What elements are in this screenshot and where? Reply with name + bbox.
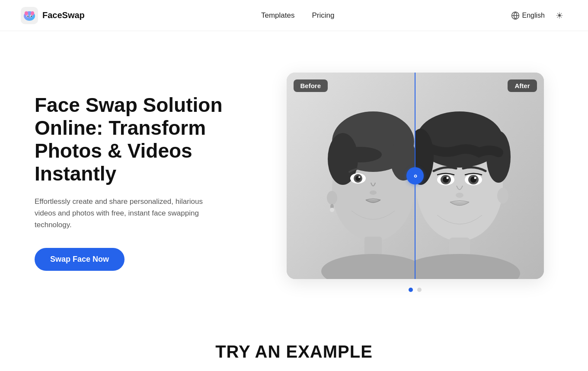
hero-left: Face Swap Solution Online: Transform Pho… <box>35 94 251 271</box>
svg-point-39 <box>446 177 448 179</box>
before-label: Before <box>294 79 328 92</box>
svg-point-8 <box>29 17 30 18</box>
theme-toggle[interactable]: ☀ <box>552 8 567 23</box>
logo-icon <box>21 7 38 24</box>
logo-text: FaceSwap <box>42 10 85 20</box>
nav-pricing[interactable]: Pricing <box>312 11 334 20</box>
hero-section: Face Swap Solution Online: Transform Pho… <box>0 31 588 325</box>
carousel-dot-2[interactable] <box>417 288 422 292</box>
swap-face-now-button[interactable]: Swap Face Now <box>35 248 125 271</box>
language-selector[interactable]: English <box>511 11 545 20</box>
globe-icon <box>511 11 520 20</box>
main-nav: Templates Pricing <box>261 11 334 20</box>
svg-point-43 <box>474 177 476 179</box>
hero-title: Face Swap Solution Online: Transform Pho… <box>35 94 251 185</box>
svg-point-18 <box>339 147 382 162</box>
try-example-section: TRY AN EXAMPLE <box>0 325 588 370</box>
after-label: After <box>508 79 537 92</box>
hero-description: Effortlessly create and share personaliz… <box>35 196 225 231</box>
svg-point-23 <box>370 190 377 195</box>
hero-right: ‹› Before After <box>277 73 553 292</box>
carousel-dots <box>409 288 422 292</box>
image-compare-widget[interactable]: ‹› Before After <box>287 73 544 279</box>
svg-point-44 <box>456 193 463 198</box>
compare-handle[interactable]: ‹› <box>406 167 424 184</box>
nav-templates[interactable]: Templates <box>261 11 294 20</box>
header-right: English ☀ <box>511 8 567 23</box>
compare-handle-arrows: ‹› <box>414 172 417 180</box>
logo[interactable]: FaceSwap <box>21 7 85 24</box>
svg-point-22 <box>358 176 360 178</box>
svg-point-26 <box>327 191 337 205</box>
try-example-title: TRY AN EXAMPLE <box>0 342 588 361</box>
carousel-dot-1[interactable] <box>409 288 413 292</box>
svg-point-28 <box>330 208 334 212</box>
svg-point-7 <box>31 16 32 17</box>
header: FaceSwap Templates Pricing English ☀ <box>0 0 588 31</box>
language-label: English <box>522 12 545 19</box>
svg-point-47 <box>497 188 508 203</box>
svg-point-6 <box>27 16 29 17</box>
sun-icon: ☀ <box>556 10 563 21</box>
